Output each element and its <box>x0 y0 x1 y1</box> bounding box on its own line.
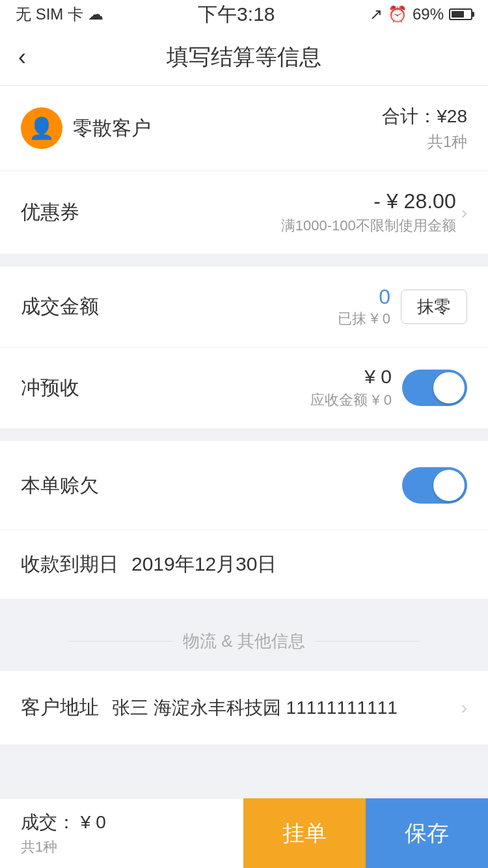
prepay-amount: ¥ 0 <box>310 366 392 388</box>
debt-row: 本单赊欠 <box>0 441 488 530</box>
hang-order-button[interactable]: 挂单 <box>243 798 366 869</box>
alarm-icon: ⏰ <box>388 5 407 23</box>
transaction-amount-right: 0 已抹 ¥ 0 抹零 <box>338 285 467 329</box>
due-date-label: 收款到期日 <box>21 551 118 578</box>
bottom-info: 成交： ¥ 0 共1种 <box>0 810 243 857</box>
coupon-desc: 满1000-100不限制使用金额 <box>281 216 456 236</box>
toggle-knob <box>433 372 465 403</box>
prepay-row: 冲预收 ¥ 0 应收金额 ¥ 0 <box>0 347 488 428</box>
save-button[interactable]: 保存 <box>366 798 488 869</box>
chevron-right-icon: › <box>461 202 467 223</box>
address-row[interactable]: 客户地址 张三 海淀永丰科技园 11111111111 › <box>0 671 488 744</box>
address-value: 张三 海淀永丰科技园 11111111111 <box>112 696 461 720</box>
customer-count: 共1种 <box>382 131 467 152</box>
customer-name: 零散客户 <box>73 115 151 142</box>
debt-toggle-knob <box>433 470 465 501</box>
back-button[interactable]: ‹ <box>18 44 26 71</box>
sim-label: 无 SIM 卡 ☁ <box>16 4 103 25</box>
avatar: 👤 <box>21 107 62 149</box>
page-title: 填写结算等信息 <box>167 42 321 72</box>
customer-row: 👤 零散客户 合计：¥28 共1种 <box>0 86 488 170</box>
bottom-deal-amount: 成交： ¥ 0 <box>21 810 223 835</box>
avatar-icon: 👤 <box>29 116 55 141</box>
status-right: ↗ ⏰ 69% <box>370 5 472 23</box>
coupon-label: 优惠券 <box>21 199 79 226</box>
location-icon: ↗ <box>370 5 383 23</box>
round-zero-button[interactable]: 抹零 <box>401 290 467 324</box>
address-chevron-icon: › <box>461 698 467 718</box>
status-left: 无 SIM 卡 ☁ <box>16 4 103 25</box>
debt-section: 本单赊欠 收款到期日 2019年12月30日 <box>0 441 488 599</box>
address-label: 客户地址 <box>21 694 99 721</box>
prepay-label: 冲预收 <box>21 375 79 401</box>
logistics-section: 物流 & 其他信息 <box>0 612 488 671</box>
debt-toggle[interactable] <box>402 467 467 504</box>
due-date-row[interactable]: 收款到期日 2019年12月30日 <box>0 530 488 599</box>
coupon-info: - ¥ 28.00 满1000-100不限制使用金额 <box>281 189 456 236</box>
customer-info: 👤 零散客户 <box>21 107 151 149</box>
customer-total-info: 合计：¥28 共1种 <box>382 104 467 152</box>
prepay-right-container: ¥ 0 应收金额 ¥ 0 <box>310 366 467 410</box>
coupon-row[interactable]: 优惠券 - ¥ 28.00 满1000-100不限制使用金额 › <box>0 170 488 254</box>
address-section: 客户地址 张三 海淀永丰科技园 11111111111 › <box>0 671 488 744</box>
transaction-amount-value[interactable]: 0 <box>338 285 390 309</box>
nav-bar: ‹ 填写结算等信息 <box>0 29 488 86</box>
debt-label: 本单赊欠 <box>21 472 99 499</box>
transaction-amount-row: 成交金额 0 已抹 ¥ 0 抹零 <box>0 267 488 347</box>
coupon-right: - ¥ 28.00 满1000-100不限制使用金额 › <box>281 189 467 236</box>
customer-total: 合计：¥28 <box>382 104 467 129</box>
prepay-amount-info: ¥ 0 应收金额 ¥ 0 <box>310 366 392 410</box>
already-rounded-label: 已抹 ¥ 0 <box>338 309 390 329</box>
status-bar: 无 SIM 卡 ☁ 下午3:18 ↗ ⏰ 69% <box>0 0 488 29</box>
bottom-deal-count: 共1种 <box>21 837 223 857</box>
logistics-label: 物流 & 其他信息 <box>21 630 467 653</box>
prepay-toggle[interactable] <box>402 370 467 406</box>
bottom-bar: 成交： ¥ 0 共1种 挂单 保存 <box>0 798 488 868</box>
due-date-value: 2019年12月30日 <box>131 551 277 578</box>
transaction-amount-label: 成交金额 <box>21 293 99 320</box>
prepay-receivable: 应收金额 ¥ 0 <box>310 390 392 410</box>
coupon-discount: - ¥ 28.00 <box>281 189 456 213</box>
customer-section: 👤 零散客户 合计：¥28 共1种 优惠券 - ¥ 28.00 满1000-10… <box>0 86 488 254</box>
battery-icon <box>449 8 472 20</box>
battery-label: 69% <box>413 5 444 23</box>
status-time: 下午3:18 <box>198 1 275 28</box>
transaction-section: 成交金额 0 已抹 ¥ 0 抹零 冲预收 ¥ 0 应收金额 ¥ 0 <box>0 267 488 428</box>
